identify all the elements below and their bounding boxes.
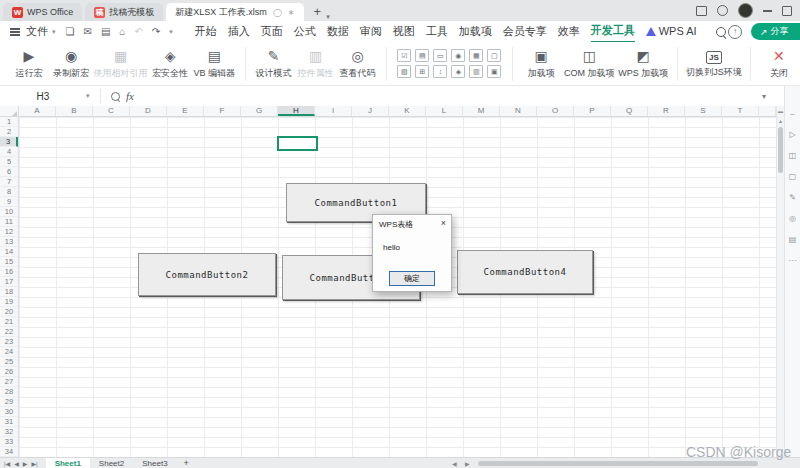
menu-item-view[interactable]: 视图 xyxy=(393,21,415,42)
menu-item-review[interactable]: 审阅 xyxy=(360,21,382,42)
toolbox-control-icon-7[interactable]: ▧ xyxy=(397,65,411,78)
menu-item-premium[interactable]: 会员专享 xyxy=(503,21,547,42)
row-header-11[interactable]: 11 xyxy=(0,217,18,227)
ribbon-button-close[interactable]: ✕关闭 xyxy=(758,48,800,80)
row-header-21[interactable]: 21 xyxy=(0,317,18,327)
next-sheet-icon[interactable]: ▶ xyxy=(23,460,28,467)
row-header-29[interactable]: 29 xyxy=(0,397,18,407)
column-header-H[interactable]: H xyxy=(278,106,315,116)
print-icon[interactable]: ▤ xyxy=(101,26,110,37)
row-header-14[interactable]: 14 xyxy=(0,247,18,257)
sheet-tab-sheet2[interactable]: Sheet2 xyxy=(90,458,133,468)
user-avatar[interactable] xyxy=(738,3,753,18)
row-header-28[interactable]: 28 xyxy=(0,387,18,397)
row-header-13[interactable]: 13 xyxy=(0,237,18,247)
target-icon[interactable]: ◎ xyxy=(789,215,796,223)
row-header-31[interactable]: 31 xyxy=(0,417,18,427)
search-icon[interactable] xyxy=(716,27,726,37)
row-header-18[interactable]: 18 xyxy=(0,287,18,297)
toolbox-control-icon-9[interactable]: ↕ xyxy=(433,65,447,78)
row-header-9[interactable]: 9 xyxy=(0,197,18,207)
scrollbar-split-handle[interactable]: ▬ xyxy=(776,106,784,117)
expand-formula-bar-icon[interactable]: ▾ xyxy=(762,92,766,101)
search-function-icon[interactable] xyxy=(111,92,120,101)
ribbon-button-switch-to-js-env[interactable]: JS切换到JS环境 xyxy=(685,48,743,79)
row-header-2[interactable]: 2 xyxy=(0,127,18,137)
vscroll-up-icon[interactable]: ▲ xyxy=(777,117,784,125)
row-header-27[interactable]: 27 xyxy=(0,377,18,387)
ribbon-button-com-add-ins[interactable]: ◫COM 加载项 xyxy=(562,48,616,80)
row-header-6[interactable]: 6 xyxy=(0,167,18,177)
list-icon[interactable]: ▤ xyxy=(789,236,797,244)
prev-sheet-icon[interactable]: ◀ xyxy=(14,460,19,467)
column-header-D[interactable]: D xyxy=(130,106,167,116)
row-header-20[interactable]: 20 xyxy=(0,307,18,317)
ribbon-button-record-new-macro[interactable]: ◉录制新宏 xyxy=(50,48,92,80)
command-button-2[interactable]: CommandButton2 xyxy=(138,253,276,296)
select-all-corner[interactable] xyxy=(0,106,19,117)
horizontal-scrollbar[interactable] xyxy=(478,461,758,466)
more-icon[interactable]: ⋯ xyxy=(789,257,797,265)
row-header-10[interactable]: 10 xyxy=(0,207,18,217)
layout-switch-icon[interactable] xyxy=(696,6,707,16)
toolbox-control-icon-1[interactable]: ☑ xyxy=(397,49,411,62)
column-header-C[interactable]: C xyxy=(93,106,130,116)
column-header-B[interactable]: B xyxy=(56,106,93,116)
menu-item-add-ins[interactable]: 加载项 xyxy=(459,21,492,42)
ribbon-button-view-code[interactable]: ◎查看代码 xyxy=(337,48,379,80)
edit-icon[interactable]: ✎ xyxy=(789,194,796,202)
column-header-Q[interactable]: Q xyxy=(611,106,648,116)
quickbar-chevron-icon[interactable]: ▾ xyxy=(169,28,173,36)
tab-wps-office[interactable]: W WPS Office xyxy=(3,3,82,21)
menu-item-tools[interactable]: 工具 xyxy=(426,21,448,42)
toolbox-control-icon-5[interactable]: ▦ xyxy=(469,49,483,62)
row-header-16[interactable]: 16 xyxy=(0,267,18,277)
row-header-12[interactable]: 12 xyxy=(0,227,18,237)
toolbox-control-icon-12[interactable]: ▣ xyxy=(487,65,501,78)
vscroll-thumb[interactable] xyxy=(778,127,783,173)
ribbon-button-add-ins[interactable]: ▣加载项 xyxy=(520,48,562,80)
ribbon-button-macro-security[interactable]: ◈宏安全性 xyxy=(149,48,191,80)
toolbox-control-icon-11[interactable]: ▥ xyxy=(469,65,483,78)
tab-template-store[interactable]: 稿 找稿壳模板 xyxy=(85,3,163,21)
row-header-1[interactable]: 1 xyxy=(0,117,18,127)
column-header-P[interactable]: P xyxy=(574,106,611,116)
hscroll-left-icon[interactable]: ◀ xyxy=(452,460,457,467)
column-header-I[interactable]: I xyxy=(315,106,352,116)
toolbox-control-icon-4[interactable]: ◉ xyxy=(451,49,465,62)
last-sheet-icon[interactable]: ▶| xyxy=(31,460,37,467)
column-header-L[interactable]: L xyxy=(426,106,463,116)
menu-item-insert[interactable]: 插入 xyxy=(228,21,250,42)
row-header-24[interactable]: 24 xyxy=(0,347,18,357)
play-icon[interactable]: ▷ xyxy=(789,131,795,139)
menu-item-home[interactable]: 开始 xyxy=(195,21,217,42)
row-header-30[interactable]: 30 xyxy=(0,407,18,417)
toolbox-control-icon-10[interactable]: ◈ xyxy=(451,65,465,78)
column-header-T[interactable]: T xyxy=(722,106,759,116)
tab-document-active[interactable]: S 新建XLSX 工作表.xlsm ◯ ∗ xyxy=(166,3,303,21)
column-header-A[interactable]: A xyxy=(19,106,56,116)
toolbox-control-icon-2[interactable]: ▤ xyxy=(415,49,429,62)
row-header-17[interactable]: 17 xyxy=(0,277,18,287)
row-header-33[interactable]: 33 xyxy=(0,437,18,447)
print-preview-icon[interactable]: ⌂ xyxy=(119,26,125,37)
row-header-7[interactable]: 7 xyxy=(0,177,18,187)
row-header-8[interactable]: 8 xyxy=(0,187,18,197)
row-header-4[interactable]: 4 xyxy=(0,147,18,157)
menu-item-page-layout[interactable]: 页面 xyxy=(261,21,283,42)
fx-icon[interactable]: fx xyxy=(126,90,134,102)
ribbon-button-wps-add-ins[interactable]: ◩WPS 加载项 xyxy=(616,48,670,80)
row-header-22[interactable]: 22 xyxy=(0,327,18,337)
export-icon[interactable]: ✉ xyxy=(83,26,91,37)
new-tab-button[interactable]: + xyxy=(314,3,322,21)
column-header-N[interactable]: N xyxy=(500,106,537,116)
column-header-S[interactable]: S xyxy=(685,106,722,116)
dialog-close-icon[interactable]: × xyxy=(441,218,446,228)
restore-window-icon[interactable] xyxy=(782,6,792,16)
namebox-chevron-icon[interactable]: ▾ xyxy=(86,92,100,100)
sheet-tab-sheet1[interactable]: Sheet1 xyxy=(46,458,90,468)
first-sheet-icon[interactable]: |◀ xyxy=(4,460,10,467)
add-sheet-button[interactable]: + xyxy=(184,458,189,468)
column-header-M[interactable]: M xyxy=(463,106,500,116)
column-header-K[interactable]: K xyxy=(389,106,426,116)
